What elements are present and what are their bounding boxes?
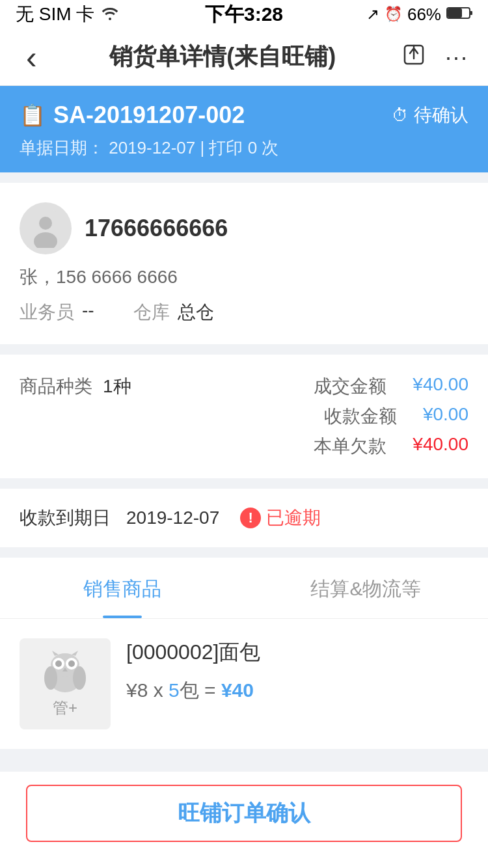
product-brand-text: 管+ <box>53 698 77 718</box>
print-count: 0 <box>248 138 257 157</box>
svg-point-14 <box>44 666 57 690</box>
more-icon[interactable]: ··· <box>445 44 468 71</box>
status-time: 下午3:28 <box>205 1 283 28</box>
product-price-formula: ¥8 x 5包 = ¥40 <box>126 677 468 704</box>
alert-icon: ! <box>240 508 261 528</box>
order-id: SA-20191207-002 <box>53 102 245 129</box>
no-sim-text: 无 SIM 卡 <box>16 2 94 27</box>
confirm-order-button[interactable]: 旺铺订单确认 <box>26 785 462 842</box>
transaction-amount-row: 成交金额 ¥40.00 <box>314 374 468 399</box>
amounts-section: 成交金额 ¥40.00 收款金额 ¥0.00 本单欠款 ¥40.00 <box>314 374 468 459</box>
due-amount: ¥40.00 <box>413 434 468 459</box>
order-doc-icon: 📋 <box>20 103 46 128</box>
warehouse-info: 仓库 总仓 <box>133 300 214 325</box>
date-separator: | <box>200 138 209 157</box>
warehouse-label: 仓库 <box>133 300 170 325</box>
share-icon[interactable] <box>402 43 426 72</box>
date-label: 单据日期： <box>20 138 104 157</box>
svg-rect-1 <box>470 11 472 15</box>
bottom-bar: 旺铺订单确认 <box>0 772 488 868</box>
customer-avatar <box>20 202 72 254</box>
customer-phone-row: 17666666666 <box>20 202 468 254</box>
product-type-count: 1种 <box>103 374 131 399</box>
summary-main-row: 商品种类 1种 成交金额 ¥40.00 收款金额 ¥0.00 本单欠款 ¥40.… <box>20 374 468 459</box>
warehouse-value: 总仓 <box>178 300 214 325</box>
order-status-text: 待确认 <box>414 103 468 128</box>
summary-card: 商品种类 1种 成交金额 ¥40.00 收款金额 ¥0.00 本单欠款 ¥40.… <box>0 355 488 478</box>
alert-symbol: ! <box>249 509 253 526</box>
salesperson-info: 业务员 -- <box>20 300 94 325</box>
order-header: 📋 SA-20191207-002 ⏱ 待确认 单据日期： 2019-12-07… <box>0 86 488 172</box>
customer-card: 17666666666 张，156 6666 6666 业务员 -- 仓库 总仓 <box>0 183 488 344</box>
battery-text: 66% <box>407 5 441 25</box>
status-left: 无 SIM 卡 <box>16 2 119 27</box>
svg-point-5 <box>39 217 52 230</box>
product-logo: 管+ <box>39 649 91 718</box>
customer-phone-number: 17666666666 <box>85 215 228 242</box>
print-label: 打印 <box>209 138 243 157</box>
received-label: 收款金额 <box>324 404 397 429</box>
tabs-bar: 销售商品 结算&物流等 <box>0 558 488 619</box>
transaction-label: 成交金额 <box>314 374 386 399</box>
due-label: 本单欠款 <box>314 434 386 459</box>
svg-rect-2 <box>448 8 462 18</box>
tab-settlement[interactable]: 结算&物流等 <box>244 558 488 618</box>
print-unit: 次 <box>262 138 278 157</box>
salesperson-value: -- <box>82 300 94 325</box>
nav-bar: ‹ 销货单详情(来自旺铺) ··· <box>0 29 488 86</box>
payment-due-section: 收款到期日 2019-12-07 ! 已逾期 <box>0 489 488 547</box>
tab-settlement-label: 结算&物流等 <box>310 578 421 599</box>
product-type-section: 商品种类 1种 <box>20 374 131 399</box>
order-date-row: 单据日期： 2019-12-07 | 打印 0 次 <box>20 137 468 159</box>
product-info: [0000002]面包 ¥8 x 5包 = ¥40 <box>126 638 468 704</box>
product-image: 管+ <box>20 638 111 729</box>
due-amount-row: 本单欠款 ¥40.00 <box>314 434 468 459</box>
alarm-icon: ⏰ <box>385 6 402 23</box>
svg-point-12 <box>68 660 75 667</box>
status-bar: 无 SIM 卡 下午3:28 ↗ ⏰ 66% <box>0 0 488 29</box>
product-name: [0000002]面包 <box>126 638 468 667</box>
qty-value: 5 <box>169 679 180 701</box>
order-id-section: 📋 SA-20191207-002 <box>20 102 245 129</box>
wifi-icon <box>101 4 119 25</box>
price-value: ¥8 x <box>126 679 169 701</box>
customer-name: 张，156 6666 6666 <box>20 265 468 290</box>
transaction-amount: ¥40.00 <box>413 374 468 399</box>
back-button[interactable]: ‹ <box>20 32 44 83</box>
overdue-text: 已逾期 <box>266 506 321 530</box>
order-date: 2019-12-07 <box>109 138 195 157</box>
customer-info-row: 业务员 -- 仓库 总仓 <box>20 300 468 325</box>
tab-products-label: 销售商品 <box>83 578 161 599</box>
tab-products[interactable]: 销售商品 <box>0 558 244 618</box>
svg-point-10 <box>55 660 62 667</box>
unit-value: 包 = <box>180 679 221 701</box>
received-amount-row: 收款金额 ¥0.00 <box>324 404 468 429</box>
payment-due-label: 收款到期日 <box>20 506 111 530</box>
page-title: 销货单详情(来自旺铺) <box>109 41 336 73</box>
svg-point-15 <box>73 666 86 690</box>
order-status-section: ⏱ 待确认 <box>392 103 468 128</box>
payment-due-date: 2019-12-07 <box>126 508 219 528</box>
product-type-label: 商品种类 <box>20 374 92 399</box>
battery-icon <box>446 5 472 25</box>
total-value: ¥40 <box>221 679 254 701</box>
product-card: 管+ [0000002]面包 ¥8 x 5包 = ¥40 <box>0 619 488 749</box>
received-amount: ¥0.00 <box>423 404 468 429</box>
overdue-badge: ! 已逾期 <box>240 506 321 530</box>
product-type-row: 商品种类 1种 <box>20 374 131 399</box>
nav-right-actions: ··· <box>402 43 468 72</box>
salesperson-label: 业务员 <box>20 300 74 325</box>
clock-icon: ⏱ <box>392 105 409 126</box>
status-right: ↗ ⏰ 66% <box>366 5 472 25</box>
location-icon: ↗ <box>366 5 379 23</box>
order-id-row: 📋 SA-20191207-002 ⏱ 待确认 <box>20 102 468 129</box>
